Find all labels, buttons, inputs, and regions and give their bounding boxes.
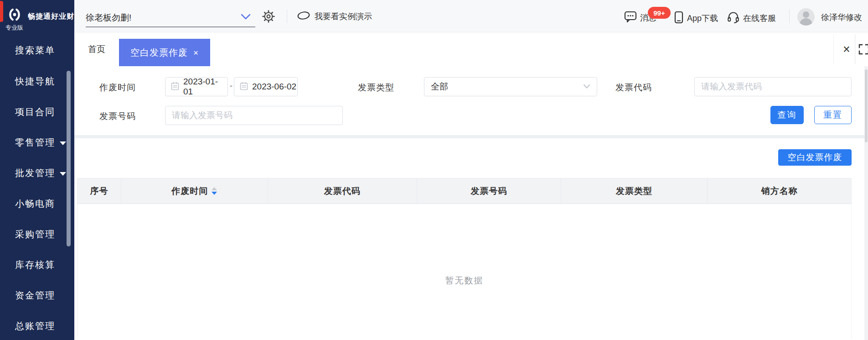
- topbar-divider: [789, 10, 790, 23]
- empty-state-text: 暂无数据: [78, 275, 851, 287]
- app-download-button[interactable]: App下载: [674, 11, 718, 26]
- invoice-type-value: 全部: [431, 81, 448, 93]
- topbar-divider: [287, 10, 287, 23]
- sort-desc-caret: [212, 192, 217, 195]
- demo-oval-icon: [297, 10, 310, 23]
- invoice-code-label: 发票代码: [615, 82, 652, 94]
- query-button[interactable]: 查询: [770, 106, 804, 124]
- sidebar-item-search-menu[interactable]: 搜索菜单: [0, 39, 67, 61]
- col-seq: 序号: [78, 178, 121, 204]
- online-service-label: 在线客服: [743, 13, 776, 24]
- chevron-down-icon: [60, 172, 66, 176]
- app-window: 畅捷通好业财 专业版 搜索菜单 快捷导航 项目合同 零售管理 批发管理 小畅电商…: [0, 0, 868, 340]
- section-divider: [74, 135, 868, 138]
- sidebar-item-project-contract[interactable]: 项目合同: [0, 101, 67, 123]
- close-icon[interactable]: ×: [838, 32, 855, 66]
- sidebar-item-general-ledger[interactable]: 总账管理: [0, 315, 67, 337]
- demo-link-label: 我要看实例演示: [315, 11, 372, 22]
- page-scrollbar-thumb[interactable]: [865, 69, 868, 142]
- date-end-picker[interactable]: 2023-06-02: [234, 77, 298, 96]
- filter-panel: 作废时间 2023-01-01 -: [74, 66, 868, 135]
- brand-edition: 专业版: [5, 24, 23, 32]
- sidebar-scrollbar-thumb[interactable]: [67, 71, 71, 246]
- demo-link[interactable]: 我要看实例演示: [297, 10, 372, 23]
- tab-blank-invoice-void[interactable]: 空白发票作废 ×: [119, 39, 210, 66]
- sort-asc-caret: [212, 187, 217, 190]
- chevron-down-icon: [60, 141, 66, 145]
- col-seller-name: 销方名称: [708, 178, 851, 204]
- messages-count-badge: 99+: [648, 7, 671, 19]
- user-name[interactable]: 徐泽华修改: [821, 12, 862, 23]
- calendar-icon: [240, 82, 248, 92]
- fullscreen-icon[interactable]: [858, 43, 868, 55]
- topbar: 徐老板勿删!: [74, 0, 868, 32]
- settings-gear-icon[interactable]: [262, 10, 275, 23]
- company-select[interactable]: 徐老板勿删!: [86, 6, 255, 27]
- col-void-time[interactable]: 作废时间: [121, 178, 268, 204]
- sidebar-item-funds-mgmt[interactable]: 资金管理: [0, 284, 67, 306]
- logo-red-accent: [0, 1, 3, 22]
- sort-icon[interactable]: [212, 187, 217, 195]
- void-blank-invoice-button[interactable]: 空白发票作废: [778, 149, 852, 166]
- sidebar-item-inventory-accounting[interactable]: 库存核算: [0, 254, 67, 276]
- col-invoice-code: 发票代码: [268, 178, 418, 204]
- tabbar-shadow-divider: [855, 34, 856, 64]
- message-bubble-icon: [624, 11, 637, 25]
- chevron-down-icon: [583, 83, 590, 91]
- phone-icon: [674, 11, 683, 26]
- calendar-icon: [171, 82, 179, 92]
- date-range-separator: -: [230, 81, 232, 91]
- brand-logo-icon: [7, 7, 22, 22]
- company-name: 徐老板勿删!: [86, 12, 131, 24]
- user-avatar[interactable]: [797, 8, 815, 26]
- invoice-no-label: 发票号码: [99, 110, 136, 122]
- avatar-body-shape: [800, 18, 812, 26]
- tab-active-label: 空白发票作废: [130, 47, 188, 59]
- reset-button[interactable]: 重置: [814, 106, 852, 124]
- table-section: 空白发票作废 序号 作废时间 发票代码 发票号码 发票类型 销方名称 暂无数据: [74, 138, 868, 340]
- col-invoice-type: 发票类型: [561, 178, 708, 204]
- avatar-head-shape: [803, 11, 809, 18]
- date-end-value: 2023-06-02: [252, 82, 296, 92]
- date-start-value: 2023-01-01: [183, 77, 227, 97]
- sidebar-item-retail-mgmt[interactable]: 零售管理: [0, 131, 67, 153]
- tab-bar: 首页 空白发票作废 × ×: [74, 32, 868, 66]
- sidebar-item-purchase-mgmt[interactable]: 采购管理: [0, 223, 67, 245]
- sidebar-item-xiaochang-ecommerce[interactable]: 小畅电商: [0, 193, 67, 214]
- date-start-picker[interactable]: 2023-01-01: [165, 77, 228, 96]
- invoice-type-label: 发票类型: [358, 82, 394, 94]
- col-invoice-no: 发票号码: [417, 178, 561, 204]
- table-header-row: 序号 作废时间 发票代码 发票号码 发票类型 销方名称: [77, 178, 852, 204]
- sidebar: 畅捷通好业财 专业版 搜索菜单 快捷导航 项目合同 零售管理 批发管理 小畅电商…: [0, 0, 74, 340]
- sidebar-item-quick-nav[interactable]: 快捷导航: [0, 70, 67, 92]
- tab-home[interactable]: 首页: [88, 32, 105, 66]
- invoice-code-input[interactable]: [694, 77, 852, 96]
- void-time-label: 作废时间: [99, 82, 136, 94]
- table-body: 暂无数据: [77, 204, 852, 339]
- tab-close-icon[interactable]: ×: [193, 48, 199, 57]
- sidebar-item-wholesale-mgmt[interactable]: 批发管理: [0, 162, 67, 184]
- invoice-type-select[interactable]: 全部: [424, 77, 597, 96]
- chevron-down-icon: [241, 14, 251, 22]
- invoice-no-input[interactable]: [165, 106, 343, 125]
- headset-icon: [727, 11, 739, 25]
- brand-name: 畅捷通好业财: [28, 12, 74, 21]
- online-service-button[interactable]: 在线客服: [727, 11, 776, 25]
- tabbar-divider: [833, 34, 834, 64]
- app-download-label: App下载: [687, 13, 718, 24]
- invoice-table: 序号 作废时间 发票代码 发票号码 发票类型 销方名称 暂无数据: [77, 178, 852, 339]
